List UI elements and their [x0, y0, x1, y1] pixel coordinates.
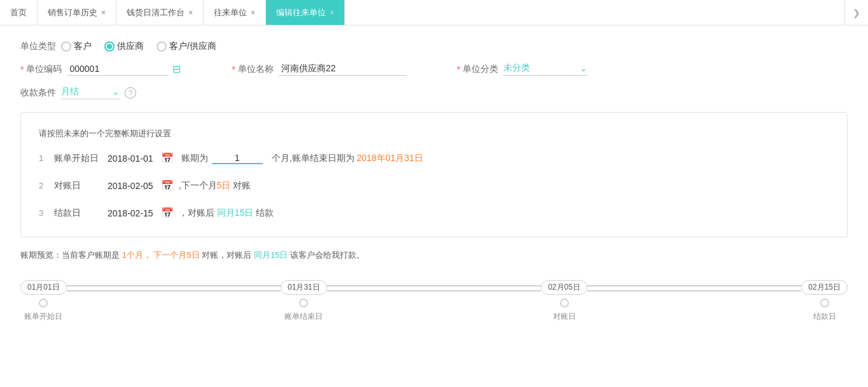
tab-home[interactable]: 首页	[0, 0, 38, 25]
tab-counterpart-close[interactable]: ×	[251, 8, 255, 17]
help-icon[interactable]: ?	[125, 87, 136, 99]
timeline-sublabel-2: 账单结束日	[284, 311, 323, 322]
period-calendar-1[interactable]: 📅	[161, 152, 174, 164]
timeline-spacer-2	[327, 280, 541, 292]
timeline-spacer-3	[587, 280, 801, 292]
unit-category-select[interactable]: 未分类 ⌄	[503, 62, 587, 76]
tab-sales-history[interactable]: 销售订单历史 ×	[38, 0, 116, 25]
period-highlight-1: 2018年01月31日	[357, 153, 423, 164]
timeline-dot-4	[820, 299, 829, 307]
timeline-sublabel-3: 对账日	[553, 311, 576, 322]
timeline-points: 01月01日 账单开始日 01月31日 账单结束日 02月05日 对账日	[20, 280, 848, 322]
payment-terms-value: 月结	[61, 86, 99, 97]
unit-name-field: * 单位名称	[232, 62, 405, 76]
radio-customer-circle	[61, 41, 71, 52]
period-num-3: 3	[39, 208, 54, 218]
radio-supplier[interactable]: 供应商	[104, 41, 144, 52]
page-content: 单位类型 客户 供应商 客户/供应商 * 单位编码	[0, 25, 868, 387]
radio-customer[interactable]: 客户	[61, 41, 92, 52]
copy-icon[interactable]: ⊟	[172, 63, 181, 75]
preview-reconcile-date: 下一个月5日	[153, 250, 199, 260]
timeline-badge-4: 02月15日	[801, 280, 848, 295]
preview-label: 账期预览：当前客户账期是	[20, 250, 120, 260]
tab-sales-history-label: 销售订单历史	[48, 7, 97, 18]
radio-both[interactable]: 客户/供应商	[157, 41, 216, 52]
timeline-sublabel-1: 账单开始日	[24, 311, 62, 322]
radio-both-circle	[157, 41, 167, 52]
tab-counterpart-label: 往来单位	[214, 7, 247, 18]
timeline-dot-1	[39, 299, 48, 307]
payment-terms-select[interactable]: 月结 ⌄	[61, 86, 120, 99]
period-row-2: 2 对账日 2018-02-05 📅 ,下一个月 5日 对账	[39, 179, 829, 192]
period-label-2: 对账日	[54, 180, 100, 192]
period-suffix-1: 个月,账单结束日期为	[272, 153, 354, 164]
unit-name-input[interactable]	[279, 62, 406, 76]
radio-supplier-circle	[104, 41, 115, 52]
unit-category-dropdown-icon: ⌄	[580, 63, 587, 73]
period-date-2: 2018-02-05	[108, 181, 153, 191]
unit-category-star: *	[457, 64, 460, 74]
unit-name-star: *	[232, 64, 235, 74]
period-suffix-after-2: 对账	[233, 180, 251, 192]
period-highlight-2: 5日	[217, 180, 231, 192]
chevron-right-icon: ❯	[853, 8, 860, 18]
unit-type-field: 单位类型 客户 供应商 客户/供应商	[20, 41, 216, 52]
payment-terms-row: 收款条件 月结 ⌄ ?	[20, 86, 848, 99]
radio-both-label: 客户/供应商	[169, 41, 216, 52]
period-highlight-3: 同月15日	[217, 208, 254, 219]
period-calendar-3[interactable]: 📅	[161, 207, 174, 219]
period-input-1[interactable]	[212, 153, 263, 164]
timeline-sublabel-4: 结款日	[813, 311, 836, 322]
unit-code-input[interactable]	[67, 62, 169, 76]
period-suffix-before-3: ，对账后	[179, 208, 214, 219]
timeline-badge-2: 01月31日	[281, 280, 327, 295]
timeline-dot-2	[299, 299, 308, 307]
period-suffix-before-1: 账期为	[181, 153, 208, 164]
unit-category-value: 未分类	[503, 62, 542, 74]
unit-info-row: * 单位编码 ⊟ * 单位名称 * 单位分类 未分类 ⌄	[20, 62, 848, 76]
period-num-1: 1	[39, 153, 54, 163]
period-settings-box: 请按照未来的一个完整帐期进行设置 1 账单开始日 2018-01-01 📅 账期…	[20, 112, 848, 237]
tab-cash-work-close[interactable]: ×	[188, 8, 193, 17]
period-calendar-2[interactable]: 📅	[161, 179, 174, 192]
timeline-spacer-1	[67, 280, 281, 292]
period-date-3: 2018-02-15	[108, 208, 153, 218]
unit-category-label: 单位分类	[463, 64, 498, 75]
unit-type-row: 单位类型 客户 供应商 客户/供应商	[20, 41, 848, 52]
preview-text: 账期预览：当前客户账期是 1个月， 下一个月5日 对账，对账后 同月15日 该客…	[20, 248, 848, 262]
timeline-point-2: 01月31日 账单结束日	[281, 280, 327, 322]
radio-supplier-label: 供应商	[117, 41, 144, 52]
period-row-3: 3 结款日 2018-02-15 📅 ，对账后 同月15日 结款	[39, 207, 829, 219]
period-num-2: 2	[39, 181, 54, 190]
tab-edit-counterpart-close[interactable]: ×	[330, 8, 334, 17]
tab-edit-counterpart-label: 编辑往来单位	[276, 7, 326, 18]
tab-cash-work-label: 钱货日清工作台	[127, 7, 185, 18]
payment-terms-label: 收款条件	[20, 87, 56, 99]
unit-code-field: * 单位编码 ⊟	[20, 62, 181, 76]
radio-customer-label: 客户	[74, 41, 92, 52]
preview-reconcile-text: 对账，对账后	[202, 250, 254, 260]
timeline-badge-3: 02月05日	[541, 280, 587, 295]
period-suffix-before-2: ,下一个月	[179, 180, 217, 192]
tab-cash-work[interactable]: 钱货日清工作台 ×	[116, 0, 204, 25]
preview-payment-text: 该客户会给我打款。	[290, 250, 365, 260]
preview-payment-date: 同月15日	[254, 250, 288, 260]
period-label-1: 账单开始日	[54, 153, 100, 164]
timeline-point-1: 01月01日 账单开始日	[20, 280, 67, 322]
period-date-1: 2018-01-01	[108, 153, 153, 164]
tab-sales-history-close[interactable]: ×	[101, 8, 106, 17]
timeline-badge-1: 01月01日	[20, 280, 67, 295]
unit-code-label: 单位编码	[26, 64, 62, 75]
period-row-1: 1 账单开始日 2018-01-01 📅 账期为 个月,账单结束日期为 2018…	[39, 152, 829, 164]
payment-terms-dropdown-icon: ⌄	[112, 87, 120, 97]
period-suffix-after-3: 结款	[256, 208, 274, 219]
unit-name-label: 单位名称	[238, 64, 274, 75]
unit-category-field: * 单位分类 未分类 ⌄	[457, 62, 587, 76]
period-label-3: 结款日	[54, 208, 100, 219]
tab-edit-counterpart[interactable]: 编辑往来单位 ×	[266, 0, 345, 25]
unit-type-radios: 客户 供应商 客户/供应商	[61, 41, 216, 52]
tab-expand-btn[interactable]: ❯	[844, 0, 868, 25]
timeline-point-3: 02月05日 对账日	[541, 280, 587, 322]
tab-counterpart[interactable]: 往来单位 ×	[204, 0, 266, 25]
tab-bar: 首页 销售订单历史 × 钱货日清工作台 × 往来单位 × 编辑往来单位 × ❯	[0, 0, 868, 25]
